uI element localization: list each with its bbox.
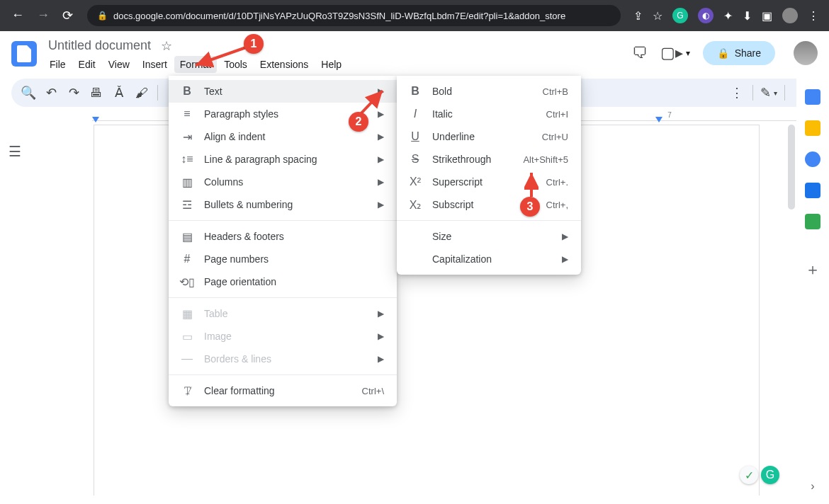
scrollbar-thumb[interactable] xyxy=(788,125,795,210)
strikethrough-icon: S xyxy=(408,153,422,166)
grammarly-badge-icon[interactable]: G xyxy=(761,466,779,484)
extensions-icon[interactable]: ✦ xyxy=(723,9,733,23)
menu-item-columns[interactable]: ▥ Columns ▶ xyxy=(169,171,397,193)
list-icon: ☲ xyxy=(180,198,194,212)
back-icon[interactable]: ← xyxy=(11,8,24,23)
redo-icon[interactable]: ↷ xyxy=(64,83,84,103)
table-icon: ▦ xyxy=(180,307,194,321)
submenu-item-superscript[interactable]: X² Superscript Ctrl+. xyxy=(397,171,581,193)
scrollbar[interactable] xyxy=(788,125,795,496)
spellcheck-icon[interactable]: Ǎ xyxy=(109,83,129,103)
menu-item-label: Table xyxy=(204,308,346,319)
download-icon[interactable]: ⬇ xyxy=(743,9,752,23)
meet-button[interactable]: ▢▸ ▾ xyxy=(660,44,690,62)
clear-format-icon: 𝚃̸ xyxy=(180,384,194,397)
submenu-item-bold[interactable]: B Bold Ctrl+B xyxy=(397,80,581,103)
star-icon[interactable]: ☆ xyxy=(161,38,172,54)
menu-tools[interactable]: Tools xyxy=(218,56,253,73)
menu-view[interactable]: View xyxy=(103,56,135,73)
menu-item-image: ▭ Image ▶ xyxy=(169,325,397,348)
submenu-item-underline[interactable]: U Underline Ctrl+U xyxy=(397,125,581,148)
add-on-plus-icon[interactable]: ＋ xyxy=(805,259,820,280)
menu-divider xyxy=(397,220,581,221)
menu-item-page-numbers[interactable]: # Page numbers xyxy=(169,248,397,270)
submenu-item-italic[interactable]: I Italic Ctrl+I xyxy=(397,103,581,125)
menu-item-label: Image xyxy=(204,331,346,342)
submenu-arrow-icon: ▶ xyxy=(378,109,384,119)
menu-shortcut: Ctrl+U xyxy=(542,132,568,142)
print-icon[interactable]: 🖶 xyxy=(86,83,106,103)
menu-item-clear-formatting[interactable]: 𝚃̸ Clear formatting Ctrl+\ xyxy=(169,379,397,402)
tasks-icon[interactable] xyxy=(805,151,820,167)
line-spacing-icon: ↕≡ xyxy=(180,153,194,166)
paint-format-icon[interactable]: 🖌 xyxy=(132,83,152,103)
docs-logo-icon[interactable] xyxy=(11,41,37,67)
menu-item-table: ▦ Table ▶ xyxy=(169,302,397,325)
browser-toolbar: ← → ⟳ 🔒 docs.google.com/document/d/10DTj… xyxy=(0,0,829,31)
extension-purple-icon[interactable]: ◐ xyxy=(698,8,714,23)
contacts-icon[interactable] xyxy=(805,183,820,198)
reload-icon[interactable]: ⟳ xyxy=(62,8,73,23)
menu-item-label: Page orientation xyxy=(204,276,384,287)
columns-icon: ▥ xyxy=(180,176,194,189)
menu-file[interactable]: File xyxy=(44,56,72,73)
editing-mode-icon[interactable]: ✎ ▾ xyxy=(759,83,779,103)
submenu-arrow-icon: ▶ xyxy=(378,132,384,142)
submenu-item-size[interactable]: Size ▶ xyxy=(397,225,581,248)
submenu-arrow-icon: ▶ xyxy=(378,331,384,341)
floating-badges: ✓ G xyxy=(740,466,779,484)
share-button[interactable]: 🔒 Share xyxy=(703,41,775,65)
submenu-arrow-icon: ▶ xyxy=(378,86,384,96)
share-url-icon[interactable]: ⇪ xyxy=(633,9,643,23)
menu-shortcut: Ctrl+. xyxy=(546,177,568,188)
menu-item-bullets-numbering[interactable]: ☲ Bullets & numbering ▶ xyxy=(169,193,397,216)
vertical-ruler xyxy=(37,122,47,496)
menu-edit[interactable]: Edit xyxy=(73,56,101,73)
undo-icon[interactable]: ↶ xyxy=(41,83,61,103)
keep-icon[interactable] xyxy=(805,120,820,136)
comments-icon[interactable]: 🗨 xyxy=(632,44,648,62)
submenu-item-capitalization[interactable]: Capitalization ▶ xyxy=(397,248,581,270)
search-icon[interactable]: 🔍 xyxy=(18,83,38,103)
menu-item-headers-footers[interactable]: ▤ Headers & footers xyxy=(169,225,397,248)
indent-icon: ⇥ xyxy=(180,130,194,144)
menu-divider xyxy=(169,220,397,221)
account-avatar[interactable] xyxy=(794,41,818,65)
forward-icon[interactable]: → xyxy=(37,8,50,23)
menu-help[interactable]: Help xyxy=(315,56,347,73)
bookmark-star-icon[interactable]: ☆ xyxy=(653,9,662,23)
menu-item-page-orientation[interactable]: ⟲▯ Page orientation xyxy=(169,270,397,293)
menu-item-text[interactable]: B Text ▶ xyxy=(169,80,397,103)
share-label: Share xyxy=(735,47,761,59)
italic-icon: I xyxy=(408,108,422,120)
menu-insert[interactable]: Insert xyxy=(137,56,173,73)
kebab-menu-icon[interactable]: ⋮ xyxy=(808,9,819,23)
document-title[interactable]: Untitled document xyxy=(44,37,155,55)
menu-item-label: Line & paragraph spacing xyxy=(204,154,346,165)
menu-divider xyxy=(169,297,397,298)
extension-grammarly-icon[interactable]: G xyxy=(672,8,688,23)
menu-format[interactable]: Format xyxy=(174,56,217,73)
menubar: File Edit View Insert Format Tools Exten… xyxy=(44,56,632,73)
callout-1: 1 xyxy=(244,34,264,54)
outline-toggle-icon[interactable]: ☰ xyxy=(9,143,28,163)
menu-item-label: Columns xyxy=(204,176,346,188)
submenu-arrow-icon: ▶ xyxy=(378,177,384,187)
menu-item-label: Capitalization xyxy=(432,253,531,265)
menu-item-line-spacing[interactable]: ↕≡ Line & paragraph spacing ▶ xyxy=(169,148,397,171)
calendar-icon[interactable] xyxy=(805,89,820,105)
side-panel-chevron-icon[interactable]: › xyxy=(811,480,814,493)
submenu-item-subscript[interactable]: X₂ Subscript Ctrl+, xyxy=(397,193,581,216)
window-icon[interactable]: ▣ xyxy=(762,9,772,23)
maps-icon[interactable] xyxy=(805,214,820,229)
menu-extensions[interactable]: Extensions xyxy=(254,56,314,73)
submenu-item-strikethrough[interactable]: S Strikethrough Alt+Shift+5 xyxy=(397,148,581,171)
callout-number: 3 xyxy=(520,197,540,217)
suggestion-badge-icon[interactable]: ✓ xyxy=(740,466,758,484)
submenu-arrow-icon: ▶ xyxy=(562,254,568,264)
kebab-toolbar-icon[interactable]: ⋮ xyxy=(727,83,747,103)
profile-avatar-icon[interactable] xyxy=(782,8,798,23)
url-bar[interactable]: 🔒 docs.google.com/document/d/10DTjiNsYAP… xyxy=(87,5,621,26)
menu-item-label: Bullets & numbering xyxy=(204,199,346,210)
menu-item-label: Align & indent xyxy=(204,131,346,142)
